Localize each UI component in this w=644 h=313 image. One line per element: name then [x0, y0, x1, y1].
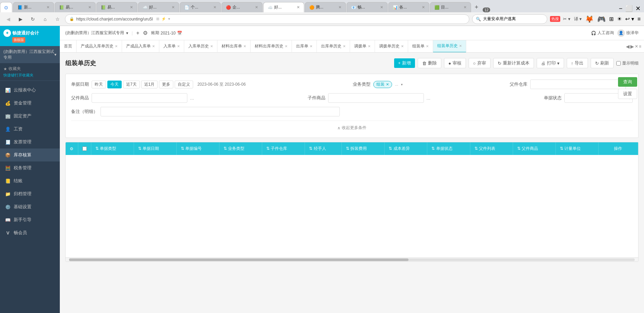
collapse-button[interactable]: ∧ 收起更多条件 — [71, 124, 633, 132]
filter-settings-button[interactable]: 设置 — [618, 89, 637, 99]
col-order-type[interactable]: ⇅ 单据类型 — [91, 142, 134, 155]
query-button[interactable]: 查询 — [618, 77, 637, 87]
select-all-checkbox[interactable] — [82, 146, 87, 151]
bookmarks-title[interactable]: ★ 收藏夹 — [3, 66, 56, 72]
refresh-button[interactable]: ↻ 刷新 — [591, 58, 614, 68]
col-child-warehouse[interactable]: ⇅ 子件仓库 — [262, 142, 305, 155]
horizontal-scrollbar[interactable] — [66, 257, 638, 261]
tab-prev-button[interactable]: ◀ — [626, 44, 630, 49]
col-handler[interactable]: ⇅ 经手人 — [305, 142, 342, 155]
grid-btn[interactable]: ⊞ — [609, 16, 614, 22]
nav-tab-assembly[interactable]: 组装单 ✕ — [408, 40, 433, 53]
search-bar[interactable]: 🔍 大量安卓用户逃离 — [472, 14, 547, 24]
header-company-selector[interactable]: (勿删勿禁用）江西服宝测试专用 ▾ — [65, 30, 128, 36]
undo-btn[interactable]: ↩ ▾ — [625, 16, 634, 22]
date-more[interactable]: 更多 — [159, 81, 173, 88]
tab-new-1[interactable]: 📘 新... ✕ — [13, 2, 54, 12]
child-goods-more[interactable]: ... — [427, 95, 431, 101]
tab-target[interactable]: 🟩 目... ✕ — [430, 2, 471, 12]
col-business-type[interactable]: ⇅ 业务类型 — [219, 142, 262, 155]
col-cost-diff[interactable]: ⇅ 成本差异 — [385, 142, 427, 155]
scissors-btn[interactable]: ✂ ▾ — [563, 16, 571, 22]
tab-personal[interactable]: 📄 个... ✕ — [180, 2, 221, 12]
date-custom[interactable]: 自定义 — [175, 81, 193, 88]
translate-btn[interactable]: 译 ▾ — [574, 16, 582, 22]
show-detail-checkbox[interactable]: 显示明细 — [616, 60, 639, 66]
nav-tab-assembly-history[interactable]: 组装单历史 ✕ — [433, 40, 466, 53]
col-order-no[interactable]: ⇅ 单据编号 — [176, 142, 219, 155]
close-outbound[interactable]: ✕ — [310, 44, 312, 48]
close-material-outbound[interactable]: ✕ — [243, 44, 246, 48]
account-period[interactable]: 账期 2021-10 📅 — [151, 30, 182, 36]
nav-tab-home[interactable]: 首页 — [60, 40, 77, 53]
close-inbound-history[interactable]: ✕ — [210, 44, 213, 48]
minimize-button[interactable]: − — [619, 5, 622, 12]
nav-tab-product-inbound[interactable]: 产成品入库单 ✕ — [122, 40, 159, 53]
nav-tab-outbound[interactable]: 出库单 ✕ — [292, 40, 317, 53]
tab-changjie[interactable]: 📧 畅... ✕ — [347, 2, 388, 12]
scrollbar-thumb[interactable] — [69, 258, 408, 261]
address-bar[interactable]: 🔒 https://cloud.chanjet.com/accounting/u… — [65, 14, 469, 24]
sidebar-item-funds[interactable]: 💰 资金管理 — [0, 97, 60, 110]
child-goods-input[interactable] — [328, 93, 424, 103]
parent-goods-more[interactable]: ... — [190, 95, 194, 101]
delete-button[interactable]: 🗑 删除 — [418, 58, 441, 68]
tab-easy-2[interactable]: 📗 易... ✕ — [96, 2, 137, 12]
note-input[interactable] — [100, 107, 340, 116]
close-product-inbound-history[interactable]: ✕ — [115, 44, 118, 48]
sidebar-item-guide[interactable]: 📖 新手引导 — [0, 213, 60, 226]
nav-tab-outbound-history[interactable]: 出库单历史 ✕ — [317, 40, 350, 53]
add-company-button[interactable]: + — [136, 30, 139, 36]
close-assembly[interactable]: ✕ — [426, 44, 429, 48]
sidebar-item-tax[interactable]: 🧮 税务管理 — [0, 161, 60, 174]
back-button[interactable]: ◀ — [3, 14, 13, 24]
close-button[interactable]: ✕ — [635, 5, 641, 12]
close-transfer[interactable]: ✕ — [368, 44, 371, 48]
close-product-inbound[interactable]: ✕ — [152, 44, 155, 48]
maximize-button[interactable]: ⬜ — [625, 5, 633, 12]
close-outbound-history[interactable]: ✕ — [343, 44, 346, 48]
home-button[interactable]: ⌂ — [40, 14, 50, 24]
sidebar-item-fixed-assets[interactable]: 🏢 固定资产 — [0, 110, 60, 123]
parent-warehouse-input[interactable] — [530, 80, 626, 89]
tab-easy-1[interactable]: 📗 易... ✕ — [55, 2, 96, 12]
sidebar-company[interactable]: (勿删勿禁用）江西服宝测试专用 ▾ — [0, 46, 60, 63]
sidebar-item-settings[interactable]: ⚙️ 基础设置 — [0, 200, 60, 213]
export-button[interactable]: ↑ 导出 — [567, 58, 588, 68]
nav-tab-inbound[interactable]: 入库单 ✕ — [159, 40, 184, 53]
sidebar-item-report[interactable]: 📊 云报表中心 — [0, 84, 60, 97]
tab-tencent[interactable]: 🟠 腾... ✕ — [305, 2, 346, 12]
col-parent-list[interactable]: ⇅ 父件列表 — [470, 142, 513, 155]
recalculate-button[interactable]: ↻ 重新计算成本 — [493, 58, 534, 68]
close-material-outbound-history[interactable]: ✕ — [285, 44, 287, 48]
nav-tab-transfer-history[interactable]: 调拨单历史 ✕ — [375, 40, 408, 53]
tab-various[interactable]: 📊 各... ✕ — [388, 2, 429, 12]
refresh-browser-button[interactable]: ↻ — [28, 14, 38, 24]
show-detail-input[interactable] — [616, 61, 621, 66]
new-tab-button[interactable]: + — [472, 2, 481, 12]
sidebar-item-membership[interactable]: V 畅会员 — [0, 226, 60, 239]
tab-cloud-1[interactable]: ☁️ 好... ✕ — [138, 2, 179, 12]
col-disassembly-fee[interactable]: ⇅ 拆装费用 — [342, 142, 385, 155]
date-today[interactable]: 今天 — [107, 81, 122, 88]
col-parent-goods[interactable]: ⇅ 父件商品 — [513, 142, 555, 155]
review-button[interactable]: ● 审核 — [444, 58, 466, 68]
col-order-status[interactable]: ⇅ 单据状态 — [427, 142, 470, 155]
business-type-chip-close[interactable]: ✕ — [386, 82, 389, 87]
add-button[interactable]: + 新增 — [394, 58, 415, 68]
tab-next-button[interactable]: ▶ — [630, 44, 634, 49]
nav-tab-inbound-history[interactable]: 入库单历史 ✕ — [184, 40, 217, 53]
bookmark-button[interactable]: ☆ — [53, 14, 62, 24]
tab-cloud-active[interactable]: ☁️ 好... ✕ — [263, 2, 304, 12]
col-unit[interactable]: ⇅ 计量单位 — [555, 142, 598, 155]
close-transfer-history[interactable]: ✕ — [401, 44, 404, 48]
user-info[interactable]: 👤 徐泽华 — [617, 29, 639, 37]
nav-tab-material-outbound-history[interactable]: 材料出库单历史 ✕ — [251, 40, 292, 53]
date-yesterday[interactable]: 昨天 — [92, 81, 106, 88]
col-checkbox[interactable] — [78, 142, 91, 155]
customer-service[interactable]: 🎧 人工咨询 — [591, 30, 614, 36]
print-button[interactable]: 🖨 打印 ▾ — [537, 58, 564, 68]
close-assembly-history[interactable]: ✕ — [459, 44, 462, 48]
business-type-dropdown[interactable]: ▾ — [401, 83, 403, 86]
col-order-date[interactable]: ⇅ 单据日期 — [134, 142, 176, 155]
